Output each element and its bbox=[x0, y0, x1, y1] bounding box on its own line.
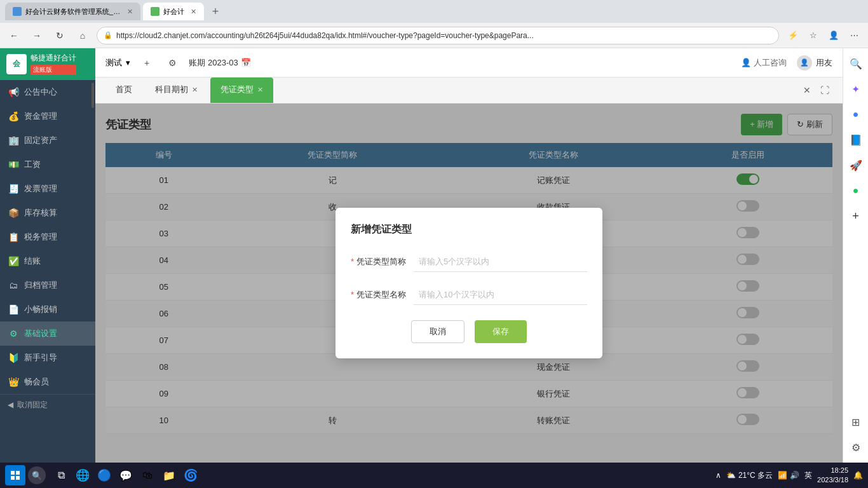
sidebar-logo[interactable]: 会 畅捷通好合计 流账版 bbox=[0, 48, 95, 80]
language-indicator[interactable]: 英 bbox=[804, 470, 812, 481]
notification-icon[interactable]: 🔔 bbox=[853, 471, 863, 480]
sidebar-label-inventory: 库存核算 bbox=[24, 207, 57, 219]
right-blue-btn[interactable]: ● bbox=[846, 104, 866, 125]
logo-icon: 会 bbox=[6, 54, 27, 74]
back-button[interactable]: ← bbox=[5, 27, 23, 44]
cancel-button[interactable]: 取消 bbox=[411, 320, 465, 343]
new-tab-button[interactable]: + bbox=[207, 3, 224, 20]
bookmark-btn[interactable]: ☆ bbox=[804, 27, 822, 44]
taskbar-icon-store[interactable]: 🛍 bbox=[137, 465, 158, 485]
sidebar-item-archive[interactable]: 🗂 归档管理 bbox=[0, 273, 95, 297]
sidebar-item-inventory[interactable]: 📦 库存核算 bbox=[0, 201, 95, 225]
taskbar-icon-folder[interactable]: 📁 bbox=[159, 465, 179, 485]
taskbar-icon-wechat[interactable]: 💬 bbox=[116, 465, 136, 485]
sidebar-items: 📢 公告中心 💰 资金管理 🏢 固定资产 💵 工资 🧾 发票管理 bbox=[0, 80, 95, 394]
sidebar-footer[interactable]: ◀ 取消固定 bbox=[0, 394, 95, 416]
settings-icon: ⚙ bbox=[8, 328, 19, 339]
refresh-button[interactable]: ↻ bbox=[51, 27, 69, 44]
more-btn[interactable]: ⋯ bbox=[845, 27, 863, 44]
sidebar-item-tax[interactable]: 📋 税务管理 bbox=[0, 225, 95, 249]
taskbar-icon-taskview[interactable]: ⧉ bbox=[51, 465, 71, 485]
save-button[interactable]: 保存 bbox=[475, 320, 527, 343]
profile-btn[interactable]: 👤 bbox=[825, 27, 843, 44]
sidebar-item-funds[interactable]: 💰 资金管理 bbox=[0, 104, 95, 128]
user-info[interactable]: 👤 用友 bbox=[797, 55, 832, 71]
consult-button[interactable]: 👤 人工咨询 bbox=[741, 57, 787, 69]
right-star-btn[interactable]: ✦ bbox=[846, 79, 866, 99]
settings-button[interactable]: ⚙ bbox=[163, 54, 181, 72]
funds-icon: 💰 bbox=[8, 111, 19, 122]
right-rocket-btn[interactable]: 🚀 bbox=[846, 155, 866, 175]
weather-info: ⛅ 21°C 多云 bbox=[726, 470, 773, 481]
taskbar-icon-edge[interactable]: 🌐 bbox=[72, 465, 93, 485]
browser-tab-1-close[interactable]: ✕ bbox=[127, 8, 133, 16]
short-name-row: 凭证类型简称 bbox=[351, 252, 587, 272]
sidebar-item-salary[interactable]: 💵 工资 bbox=[0, 152, 95, 177]
sidebar-item-invoice[interactable]: 🧾 发票管理 bbox=[0, 177, 95, 201]
tab-subjects[interactable]: 科目期初 ✕ bbox=[145, 78, 208, 103]
company-selector[interactable]: 测试 ▾ bbox=[105, 57, 130, 69]
sidebar-item-settings[interactable]: ⚙ 基础设置 bbox=[0, 322, 95, 346]
add-voucher-type-modal: 新增凭证类型 凭证类型简称 凭证类型名称 取消 保存 bbox=[336, 208, 602, 358]
period-calendar-icon[interactable]: 📅 bbox=[241, 58, 251, 67]
taskbar-app-icons: ⧉ 🌐 🔵 💬 🛍 📁 🌀 bbox=[51, 465, 201, 485]
tab-home[interactable]: 首页 bbox=[105, 78, 142, 103]
right-settings-btn[interactable]: ⚙ bbox=[846, 437, 866, 458]
url-bar[interactable]: 🔒 https://cloud2.chanjet.com/accounting/… bbox=[97, 27, 779, 44]
logo-text-container: 畅捷通好合计 流账版 bbox=[31, 53, 76, 75]
tab-voucher-types-label: 凭证类型 bbox=[220, 84, 254, 95]
tab-voucher-types[interactable]: 凭证类型 ✕ bbox=[210, 78, 273, 103]
notice-icon: 📢 bbox=[8, 86, 19, 98]
modal-overlay: 新增凭证类型 凭证类型简称 凭证类型名称 取消 保存 bbox=[95, 104, 843, 463]
unpin-icon: ◀ bbox=[8, 400, 13, 409]
sidebar-item-report[interactable]: 📄 小畅报销 bbox=[0, 297, 95, 322]
volume-icon[interactable]: 🔊 bbox=[790, 471, 799, 480]
tab-favicon-1 bbox=[13, 7, 22, 16]
right-green-btn[interactable]: ● bbox=[846, 180, 866, 201]
extensions-btn[interactable]: ⚡ bbox=[784, 27, 802, 44]
sidebar-label-notice: 公告中心 bbox=[24, 86, 57, 98]
member-icon: 👑 bbox=[8, 376, 19, 388]
taskbar-icon-edge2[interactable]: 🌀 bbox=[180, 465, 201, 485]
address-bar: ← → ↻ ⌂ 🔒 https://cloud2.chanjet.com/acc… bbox=[0, 23, 868, 48]
sidebar-item-checkout[interactable]: ✅ 结账 bbox=[0, 249, 95, 273]
browser-tab-2-label: 好会计 bbox=[163, 7, 184, 17]
sidebar-item-member[interactable]: 👑 畅会员 bbox=[0, 370, 95, 394]
right-grid-btn[interactable]: ⊞ bbox=[846, 412, 866, 432]
tab-home-label: 首页 bbox=[116, 84, 132, 95]
right-add-btn[interactable]: + bbox=[846, 206, 866, 226]
right-book-btn[interactable]: 📘 bbox=[846, 130, 866, 150]
sidebar-label-tax: 税务管理 bbox=[24, 231, 57, 243]
sidebar-label-checkout: 结账 bbox=[24, 255, 41, 267]
home-button[interactable]: ⌂ bbox=[74, 27, 92, 44]
full-name-row: 凭证类型名称 bbox=[351, 285, 587, 305]
logo-name: 畅捷通好合计 bbox=[31, 53, 76, 64]
right-search-btn[interactable]: 🔍 bbox=[846, 53, 866, 74]
full-name-label: 凭证类型名称 bbox=[351, 289, 406, 301]
tax-icon: 📋 bbox=[8, 231, 19, 243]
short-name-input[interactable] bbox=[414, 252, 587, 272]
network-icon[interactable]: 📶 bbox=[778, 471, 787, 480]
taskbar-search-btn[interactable]: 🔍 bbox=[28, 466, 46, 484]
start-button[interactable] bbox=[5, 465, 25, 485]
tab-maximize-button[interactable]: ⛶ bbox=[817, 83, 832, 98]
sidebar-item-assets[interactable]: 🏢 固定资产 bbox=[0, 128, 95, 152]
browser-tab-1[interactable]: 好会计云财务软件管理系统_会计 ✕ bbox=[5, 3, 140, 20]
tab-voucher-types-close[interactable]: ✕ bbox=[257, 86, 263, 94]
forward-button[interactable]: → bbox=[28, 27, 46, 44]
tab-minimize-button[interactable]: ✕ bbox=[799, 83, 815, 98]
period-value: 2023-03 bbox=[208, 58, 238, 67]
taskbar-icon-chrome[interactable]: 🔵 bbox=[94, 465, 114, 485]
add-button[interactable]: + bbox=[138, 54, 156, 72]
consult-icon: 👤 bbox=[741, 58, 751, 67]
full-name-input[interactable] bbox=[414, 285, 587, 305]
sidebar-item-notice[interactable]: 📢 公告中心 bbox=[0, 80, 95, 104]
sidebar-item-guide[interactable]: 🔰 新手引导 bbox=[0, 346, 95, 370]
tab-subjects-close[interactable]: ✕ bbox=[192, 86, 198, 94]
date-display: 2023/3/18 bbox=[817, 475, 848, 485]
browser-tab-1-label: 好会计云财务软件管理系统_会计 bbox=[25, 7, 121, 17]
browser-tab-2[interactable]: 好会计 ✕ bbox=[143, 3, 204, 20]
browser-tab-2-close[interactable]: ✕ bbox=[191, 8, 196, 16]
tray-chevron-icon[interactable]: ∧ bbox=[715, 471, 721, 480]
sidebar-label-funds: 资金管理 bbox=[24, 111, 57, 122]
